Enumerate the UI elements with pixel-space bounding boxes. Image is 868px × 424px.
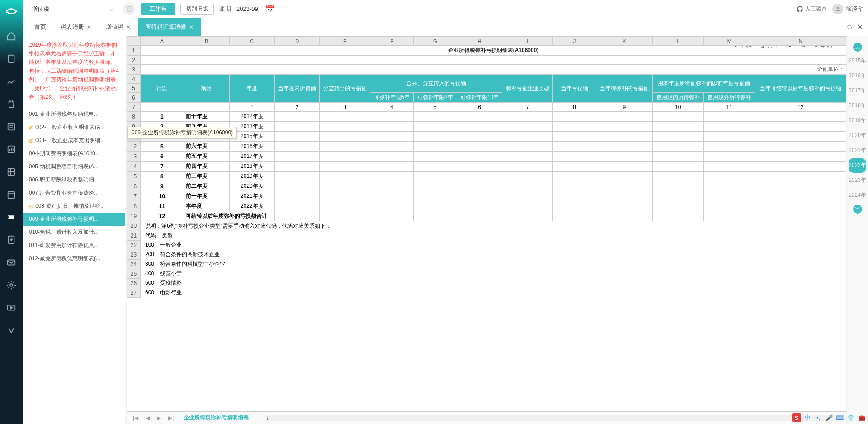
notice-text: 2019年度涉及取以前年度结转数据的申报表单元格需要手工维护正确，才能保证本年及… <box>23 36 126 106</box>
refresh-tabs-icon[interactable] <box>846 24 853 30</box>
sheet-nav-prev[interactable]: ◀ <box>144 415 151 421</box>
horizontal-scrollbar[interactable]: ⫶ <box>266 415 842 421</box>
ime-toolbox-icon[interactable]: 🧰 <box>857 413 866 422</box>
form-list: 001-企业所得税年度纳税申...⊘002-一般企业收入明细表(A...⊘003… <box>23 106 126 267</box>
spreadsheet-area: ⬇下载 🖨打印 ↻重置 ⟳刷新 ⛶ 009-企业所得税弥补亏损明细表(A1060… <box>127 36 846 424</box>
form-list-item[interactable]: 006-职工薪酬纳税调整明细... <box>23 173 126 186</box>
year-item[interactable]: 2017年 <box>847 83 868 98</box>
tab-close-icon[interactable]: ✕ <box>189 24 193 30</box>
home-icon[interactable] <box>6 31 16 41</box>
tab-首页[interactable]: 首页 <box>27 18 53 36</box>
period-label: 账期 <box>219 5 231 13</box>
svg-rect-3 <box>8 169 15 176</box>
year-item[interactable]: 2019年 <box>847 113 868 128</box>
bag-icon[interactable] <box>6 99 16 109</box>
topbar: 增值税 ⌵ 工作台 切到旧版 账期 2023-09 📅 🎧 人工咨询 徐泽华 <box>23 0 868 18</box>
spreadsheet-grid[interactable]: ABCDEFGHIJKLMN1企业所得税弥补亏损明细表(A106000)23金额… <box>127 36 846 411</box>
svg-rect-4 <box>8 192 15 199</box>
year-panel: ︽ 2015年2016年2017年2018年2019年2020年2021年202… <box>846 36 868 424</box>
form-list-item[interactable]: 005-纳税调整项目明细表(A... <box>23 160 126 173</box>
ime-toolbar: S 中 •, 🎤 ⌨ 👕 🧰 <box>792 413 866 422</box>
form-list-item[interactable]: 010-免税、减计收入及加计... <box>23 226 126 239</box>
tab-增值税[interactable]: 增值税✕ <box>99 18 138 36</box>
switch-old-button[interactable]: 切到旧版 <box>180 3 214 15</box>
year-item[interactable]: 2022年 <box>849 158 866 173</box>
warning-icon: ⊘ <box>29 203 33 210</box>
video-icon[interactable] <box>6 303 16 313</box>
year-item[interactable]: 2016年 <box>847 68 868 83</box>
form-list-item[interactable]: 001-企业所得税年度纳税申... <box>23 108 126 121</box>
module-dropdown[interactable]: 增值税 ⌵ <box>27 3 118 15</box>
mail-icon[interactable] <box>6 257 16 267</box>
form-list-panel: 2019年度涉及取以前年度结转数据的申报表单元格需要手工维护正确，才能保证本年及… <box>23 36 127 424</box>
sheet-nav-first[interactable]: |◀ <box>131 415 140 421</box>
form-list-item[interactable]: 012-减免所得税优惠明细表(... <box>23 252 126 265</box>
tax-icon[interactable] <box>6 212 16 222</box>
note-button[interactable] <box>123 3 136 15</box>
year-item[interactable]: 2020年 <box>847 128 868 143</box>
period-value[interactable]: 2023-09 <box>236 5 258 12</box>
sheet-tab[interactable]: 企业所得税弥补亏损明细表 <box>179 412 253 424</box>
ime-skin-icon[interactable]: 👕 <box>846 413 855 422</box>
tab-close-icon[interactable]: ✕ <box>126 24 131 30</box>
tab-所得税汇算清缴[interactable]: 所得税汇算清缴✕ <box>138 18 201 36</box>
form-list-item[interactable]: 007-广告费和业务宣传费跨... <box>23 186 126 200</box>
logo-icon[interactable] <box>5 5 18 18</box>
chevron-down-icon: ⌵ <box>109 5 113 12</box>
sheet-nav-last[interactable]: ▶| <box>166 415 175 421</box>
sheet-nav-next[interactable]: ▶ <box>155 415 163 421</box>
form-list-item[interactable]: ⊘008-资产折旧、摊销及纳税... <box>23 200 126 213</box>
list-icon[interactable] <box>6 122 16 132</box>
ime-keyboard-icon[interactable]: ⌨ <box>835 413 844 422</box>
year-item[interactable]: 2018年 <box>847 98 868 113</box>
report-icon[interactable] <box>6 144 16 154</box>
year-item[interactable]: 2021年 <box>847 143 868 158</box>
sheet-tab-bar: |◀ ◀ ▶ ▶| 企业所得税弥补亏损明细表 ⫶ <box>127 411 846 424</box>
ime-mic-icon[interactable]: 🎤 <box>825 413 834 422</box>
ime-lang-icon[interactable]: 中 <box>803 413 812 422</box>
main-sidebar <box>0 0 23 424</box>
year-item[interactable]: 2023年 <box>847 173 868 188</box>
year-item[interactable]: 2024年 <box>847 188 868 203</box>
chart-icon[interactable] <box>6 76 16 86</box>
year-scroll-up[interactable]: ︽ <box>853 43 862 52</box>
user-menu[interactable]: 徐泽华 <box>832 4 863 14</box>
year-scroll-down[interactable]: ︾ <box>853 205 862 214</box>
calendar-picker-icon[interactable]: 📅 <box>265 5 274 13</box>
doc-icon[interactable] <box>6 54 16 64</box>
headset-icon: 🎧 <box>797 6 803 12</box>
avatar-icon <box>832 4 843 14</box>
tab-close-icon[interactable]: ✕ <box>87 24 91 30</box>
support-link[interactable]: 🎧 人工咨询 <box>797 5 827 13</box>
svg-rect-6 <box>8 260 15 265</box>
v-icon[interactable] <box>6 325 16 335</box>
page-tabs: 首页税表清册✕增值税✕所得税汇算清缴✕ ✕ <box>23 18 868 36</box>
form-list-item[interactable]: 009-企业所得税弥补亏损明... <box>23 213 126 226</box>
warning-icon: ⊘ <box>29 124 33 131</box>
export-icon[interactable] <box>6 235 16 245</box>
gear-icon[interactable] <box>6 280 16 290</box>
form-list-item[interactable]: 004-期间费用明细表(A1040... <box>23 147 126 160</box>
form-list-item[interactable]: ⊘002-一般企业收入明细表(A... <box>23 121 126 134</box>
username: 徐泽华 <box>846 5 863 13</box>
ime-punct-icon[interactable]: •, <box>814 413 823 422</box>
calendar-icon[interactable] <box>6 190 16 200</box>
cell-tooltip: 009-企业所得税弥补亏损明细表(A106000) <box>127 127 237 139</box>
dropdown-label: 增值税 <box>32 5 49 13</box>
year-item[interactable]: 2015年 <box>847 53 868 68</box>
svg-point-10 <box>837 7 839 9</box>
svg-point-7 <box>10 284 13 286</box>
form-icon[interactable] <box>6 167 16 177</box>
form-list-item[interactable]: 011-研发费用加计扣除优惠... <box>23 239 126 252</box>
close-all-icon[interactable]: ✕ <box>857 22 863 32</box>
workbench-button[interactable]: 工作台 <box>141 3 175 15</box>
ime-logo-icon[interactable]: S <box>792 413 801 422</box>
tab-税表清册[interactable]: 税表清册✕ <box>53 18 99 36</box>
warning-icon: ⊘ <box>29 138 33 144</box>
form-list-item[interactable]: ⊘003-一般企业成本支出明细... <box>23 134 126 147</box>
svg-rect-0 <box>9 55 14 63</box>
